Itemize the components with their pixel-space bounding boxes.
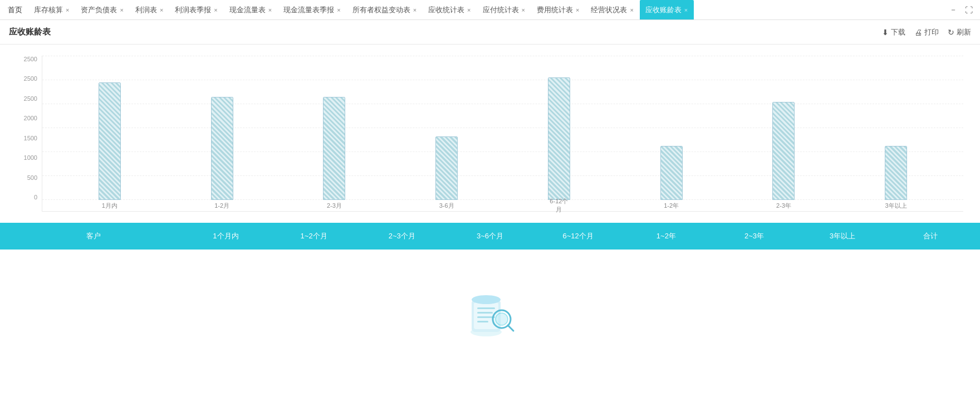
tab-ar-aging[interactable]: 应收账龄表 × xyxy=(640,0,694,20)
th-col-5: 6~12个月 xyxy=(534,231,622,241)
bars-row xyxy=(42,56,963,200)
bar-fill-0 xyxy=(99,82,121,200)
chart-bar-4 xyxy=(548,77,570,200)
x-label-7: 3年以上 xyxy=(885,202,907,210)
chart-bar-6 xyxy=(772,102,795,200)
y-label-7: 2500 xyxy=(24,56,37,62)
tab-expense-stats[interactable]: 费用统计表 × xyxy=(531,0,585,20)
tab-payable-stats-close[interactable]: × xyxy=(522,7,525,13)
tab-cashflow-quarterly[interactable]: 现金流量表季报 × xyxy=(278,0,346,20)
tab-equity-label: 所有者权益变动表 xyxy=(352,5,410,15)
x-labels: 1月内1-2月2-3月3-6月6-12个月1-2年2-3年3年以上 xyxy=(42,200,963,211)
download-button[interactable]: ⬇ 下载 xyxy=(882,27,905,37)
svg-rect-7 xyxy=(477,321,488,322)
tab-receivable-stats-label: 应收统计表 xyxy=(428,5,464,15)
tab-profit-close[interactable]: × xyxy=(160,7,163,13)
x-label-1: 1-2月 xyxy=(211,202,233,210)
bar-fill-6 xyxy=(772,102,795,200)
bar-fill-4 xyxy=(548,77,570,200)
tab-cashflow-quarterly-close[interactable]: × xyxy=(337,7,340,13)
tab-ar-aging-label: 应收账龄表 xyxy=(645,5,682,15)
x-label-4: 6-12个月 xyxy=(548,197,570,214)
tab-profit-quarterly[interactable]: 利润表季报 × xyxy=(169,0,223,20)
x-label-5: 1-2年 xyxy=(660,202,683,210)
th-col-8: 3年以上 xyxy=(798,231,886,241)
th-col-2: 1~2个月 xyxy=(270,231,358,241)
chart-bar-2 xyxy=(323,97,345,200)
y-axis: 2500 2500 2500 2000 1500 1000 500 0 xyxy=(17,56,42,212)
minimize-button[interactable]: － xyxy=(947,3,960,17)
y-label-3: 1500 xyxy=(24,135,37,141)
tab-balance-label: 资产负债表 xyxy=(81,5,117,15)
tab-cashflow[interactable]: 现金流量表 × xyxy=(224,0,278,20)
refresh-icon: ↻ xyxy=(948,28,954,37)
y-label-4: 2000 xyxy=(24,115,37,121)
print-icon: 🖨 xyxy=(914,28,922,37)
tab-balance-close[interactable]: × xyxy=(120,7,123,13)
tab-expense-stats-close[interactable]: × xyxy=(576,7,579,13)
header-actions: ⬇ 下载 🖨 打印 ↻ 刷新 xyxy=(882,27,971,37)
chart-bar-3 xyxy=(435,136,458,200)
y-label-6: 2500 xyxy=(24,75,37,82)
svg-rect-4 xyxy=(477,307,495,309)
x-label-0: 1月内 xyxy=(99,202,121,210)
tab-bar-actions: － ⛶ xyxy=(947,3,978,17)
download-label: 下载 xyxy=(891,27,905,37)
x-label-6: 2-3年 xyxy=(772,202,795,210)
chart-bar-0 xyxy=(99,82,121,200)
tab-cashflow-quarterly-label: 现金流量表季报 xyxy=(283,5,334,15)
chart-container: 2500 2500 2500 2000 1500 1000 500 0 xyxy=(17,56,963,212)
tab-inventory-close[interactable]: × xyxy=(66,7,69,13)
chart-bar-5 xyxy=(660,146,683,200)
tab-inventory[interactable]: 库存核算 × xyxy=(28,0,75,20)
tab-cashflow-label: 现金流量表 xyxy=(229,5,266,15)
refresh-button[interactable]: ↻ 刷新 xyxy=(948,27,971,37)
svg-line-10 xyxy=(508,325,513,331)
page-title: 应收账龄表 xyxy=(9,27,51,37)
chart-section: 2500 2500 2500 2000 1500 1000 500 0 xyxy=(0,45,980,223)
bar-fill-1 xyxy=(211,97,233,200)
tab-operation-label: 经营状况表 xyxy=(591,5,627,15)
tab-home[interactable]: 首页 xyxy=(2,0,28,20)
tab-profit-quarterly-close[interactable]: × xyxy=(214,7,217,13)
th-col-0: 客户 xyxy=(6,231,182,241)
chart-area: 1月内1-2月2-3月3-6月6-12个月1-2年2-3年3年以上 xyxy=(42,56,963,212)
y-label-1: 500 xyxy=(27,174,37,181)
svg-rect-5 xyxy=(477,312,493,314)
tab-profit-label: 利润表 xyxy=(135,5,157,15)
y-label-5: 2500 xyxy=(24,95,37,102)
tab-operation[interactable]: 经营状况表 × xyxy=(585,0,639,20)
bar-fill-5 xyxy=(660,146,683,200)
chart-bar-7 xyxy=(885,146,907,200)
download-icon: ⬇ xyxy=(882,28,889,37)
main-content: 2500 2500 2500 2000 1500 1000 500 0 xyxy=(0,45,980,401)
tab-equity[interactable]: 所有者权益变动表 × xyxy=(347,0,423,20)
th-col-7: 2~3年 xyxy=(710,231,798,241)
tab-receivable-stats[interactable]: 应收统计表 × xyxy=(423,0,477,20)
y-label-2: 1000 xyxy=(24,154,37,161)
bar-fill-7 xyxy=(885,146,907,200)
tab-profit-quarterly-label: 利润表季报 xyxy=(175,5,211,15)
chart-bar-1 xyxy=(211,97,233,200)
tab-balance[interactable]: 资产负债表 × xyxy=(75,0,129,20)
svg-point-3 xyxy=(472,295,501,304)
tab-operation-close[interactable]: × xyxy=(630,7,633,13)
tab-equity-close[interactable]: × xyxy=(413,7,416,13)
x-label-2: 2-3月 xyxy=(323,202,345,210)
tab-bar: 首页 库存核算 × 资产负债表 × 利润表 × 利润表季报 × 现金流量表 × … xyxy=(0,0,980,20)
x-label-3: 3-6月 xyxy=(435,202,458,210)
tab-receivable-stats-close[interactable]: × xyxy=(467,7,471,13)
print-button[interactable]: 🖨 打印 xyxy=(914,27,939,37)
maximize-button[interactable]: ⛶ xyxy=(962,3,976,17)
bar-fill-3 xyxy=(435,136,458,200)
tab-payable-stats[interactable]: 应付统计表 × xyxy=(477,0,531,20)
print-label: 打印 xyxy=(924,27,939,37)
th-col-3: 2~3个月 xyxy=(358,231,446,241)
page-header: 应收账龄表 ⬇ 下载 🖨 打印 ↻ 刷新 xyxy=(0,20,980,45)
tab-expense-stats-label: 费用统计表 xyxy=(537,5,573,15)
tab-profit[interactable]: 利润表 × xyxy=(130,0,169,20)
tab-inventory-label: 库存核算 xyxy=(34,5,63,15)
th-col-4: 3~6个月 xyxy=(446,231,534,241)
tab-cashflow-close[interactable]: × xyxy=(268,7,272,13)
tab-ar-aging-close[interactable]: × xyxy=(684,7,688,13)
